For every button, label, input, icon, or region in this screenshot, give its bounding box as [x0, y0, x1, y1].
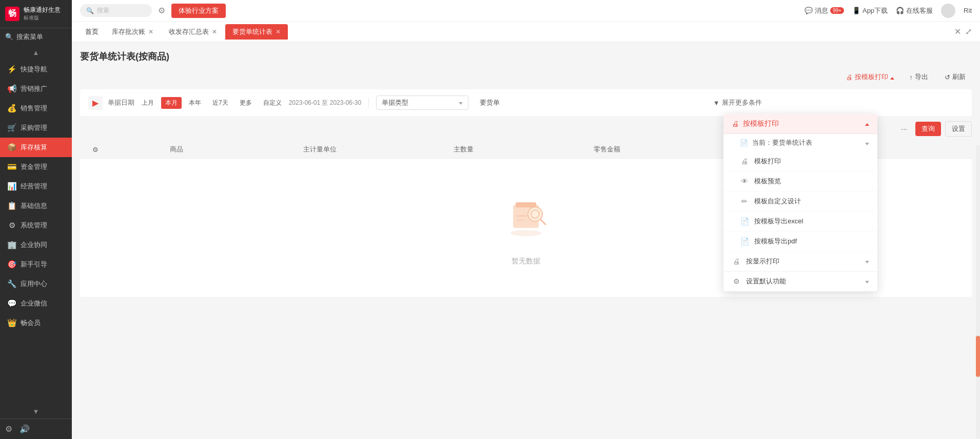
refresh-label: 刷新 — [952, 72, 966, 82]
more-options-button[interactable]: ··· — [897, 122, 911, 136]
template-print-dropdown: 🖨 按模板打印 📄 当前：要货单统计表 🖨 模板打印 👁 模板 — [723, 114, 877, 292]
sidebar-item-enterprise[interactable]: 🏢 企业协同 — [0, 235, 72, 255]
sidebar-item-purchase[interactable]: 🛒 采购管理 — [0, 118, 72, 138]
tab-order-stats[interactable]: 要货单统计表 ✕ — [225, 24, 288, 40]
dropdown-item-template-preview[interactable]: 👁 模板预览 — [723, 171, 877, 192]
tab-close-all-icon[interactable]: ✕ — [954, 27, 961, 36]
date-btn-this-year[interactable]: 本年 — [185, 97, 205, 109]
basic-info-icon: 📋 — [7, 201, 16, 211]
message-badge: 99+ — [830, 7, 844, 14]
sidebar-item-member[interactable]: 👑 畅会员 — [0, 313, 72, 333]
expand-filter-icon[interactable]: ▶ — [88, 96, 103, 110]
header-search-box[interactable]: 🔍 搜索 — [80, 4, 152, 17]
template-print-item-icon: 🖨 — [740, 157, 749, 165]
set-default-icon: ⚙ — [732, 277, 741, 285]
display-print-arrow — [865, 258, 869, 265]
message-label: 消息 — [815, 6, 828, 15]
sidebar-item-finance[interactable]: 💳 资金管理 — [0, 157, 72, 177]
sidebar-item-newbie[interactable]: 🎯 新手引导 — [0, 255, 72, 274]
dropdown-group-display-print[interactable]: 🖨 按显示打印 — [723, 252, 877, 272]
tab-expand-icon[interactable]: ⤢ — [965, 27, 972, 36]
header-settings-icon[interactable]: ⚙ — [158, 6, 165, 15]
sidebar-item-quick-nav[interactable]: ⚡ 快捷导航 — [0, 60, 72, 79]
header-search-placeholder: 搜索 — [97, 6, 109, 15]
export-pdf-label: 按模板导出pdf — [754, 237, 797, 246]
app-download-icon: 📱 — [852, 7, 860, 14]
settings-button[interactable]: 设置 — [945, 121, 972, 137]
page-title: 要货单统计表(按商品) — [80, 50, 972, 63]
refresh-button[interactable]: ↺ 刷新 — [938, 70, 972, 84]
sidebar-item-basic-info[interactable]: 📋 基础信息 — [0, 196, 72, 216]
set-default-label: 设置默认功能 — [746, 277, 786, 286]
current-template-label: 当前：要货单统计表 — [752, 138, 812, 147]
table-col-settings[interactable]: ⚙ — [86, 146, 105, 154]
date-btn-more[interactable]: 更多 — [236, 97, 256, 109]
sidebar-scroll-down[interactable]: ▼ — [31, 406, 42, 417]
search-menu-item[interactable]: 🔍 搜索菜单 — [0, 28, 72, 46]
tab-home[interactable]: 首页 — [80, 24, 104, 40]
user-avatar[interactable] — [941, 4, 955, 18]
system-icon: ⚙ — [7, 221, 16, 230]
tab-inventory-batch-close[interactable]: ✕ — [148, 28, 153, 35]
sidebar-volume-icon[interactable]: 🔊 — [19, 424, 30, 434]
query-button[interactable]: 查询 — [915, 122, 941, 136]
dropdown-item-template-custom[interactable]: ✏ 模板自定义设计 — [723, 192, 877, 212]
sidebar-item-app-center[interactable]: 🔧 应用中心 — [0, 274, 72, 294]
dropdown-item-export-pdf[interactable]: 📄 按模板导出pdf — [723, 232, 877, 252]
online-service-label: 在线客服 — [906, 6, 933, 15]
sidebar-item-sales[interactable]: 💰 销售管理 — [0, 99, 72, 118]
page-scrollbar[interactable] — [976, 145, 980, 439]
display-print-label: 按显示打印 — [746, 257, 779, 266]
enterprise-icon: 🏢 — [7, 240, 16, 250]
tab-receipts-summary-label: 收发存汇总表 — [169, 27, 209, 36]
export-label: 导出 — [915, 72, 928, 82]
app-center-icon: 🔧 — [7, 279, 16, 289]
table-col-product: 商品 — [105, 145, 248, 154]
member-label: 畅会员 — [21, 318, 41, 328]
tab-inventory-batch[interactable]: 库存批次账 ✕ — [105, 24, 161, 40]
sidebar-item-operations[interactable]: 📊 经营管理 — [0, 177, 72, 196]
template-print-item-label: 模板打印 — [754, 157, 781, 166]
dropdown-item-export-excel[interactable]: 📄 按模板导出excel — [723, 212, 877, 232]
sidebar-item-system[interactable]: ⚙ 系统管理 — [0, 216, 72, 235]
sidebar-item-inventory[interactable]: 📦 库存核算 — [0, 138, 72, 157]
table-col-unit: 主计量单位 — [248, 145, 392, 154]
purchase-label: 采购管理 — [21, 123, 47, 132]
sidebar-scroll-up[interactable]: ▲ — [31, 47, 42, 59]
top-action-bar: 🖨 按模板打印 ↑ 导出 ↺ 刷新 — [80, 70, 972, 84]
tab-receipts-summary[interactable]: 收发存汇总表 ✕ — [162, 24, 224, 40]
online-service-button[interactable]: 🎧 在线客服 — [896, 6, 933, 15]
dropdown-current-template[interactable]: 📄 当前：要货单统计表 — [723, 134, 877, 151]
tab-order-stats-close[interactable]: ✕ — [276, 28, 281, 35]
quick-nav-icon: ⚡ — [7, 65, 16, 74]
export-excel-icon: 📄 — [740, 217, 749, 225]
app-download-button[interactable]: 📱 App下载 — [852, 6, 888, 15]
table-col-retail-amount: 零售金额 — [535, 145, 679, 154]
message-button[interactable]: 💬 消息 99+ — [805, 6, 844, 15]
export-button[interactable]: ↑ 导出 — [904, 70, 935, 84]
bill-type-select[interactable]: 单据类型 — [376, 96, 468, 110]
date-btn-last-month[interactable]: 上月 — [138, 97, 158, 109]
date-btn-7days[interactable]: 近7天 — [208, 97, 232, 109]
sidebar-item-weixin[interactable]: 💬 企业微信 — [0, 294, 72, 313]
template-print-button[interactable]: 🖨 按模板打印 — [841, 70, 899, 84]
filter-divider — [368, 98, 369, 108]
svg-line-5 — [540, 219, 545, 224]
tab-receipts-summary-close[interactable]: ✕ — [212, 28, 217, 35]
user-name: Rit — [964, 7, 972, 14]
dropdown-group-set-default[interactable]: ⚙ 设置默认功能 — [723, 272, 877, 292]
trial-button[interactable]: 体验行业方案 — [171, 4, 226, 18]
dropdown-group-set-default-left: ⚙ 设置默认功能 — [732, 277, 786, 286]
header-search-icon: 🔍 — [86, 7, 94, 14]
svg-rect-6 — [517, 215, 527, 217]
finance-icon: 💳 — [7, 162, 16, 171]
dropdown-collapse-arrow[interactable] — [865, 120, 869, 127]
date-btn-custom[interactable]: 自定义 — [259, 97, 286, 109]
date-btn-this-month[interactable]: 本月 — [161, 97, 182, 109]
expand-conditions-button[interactable]: ▼ 展开更多条件 — [708, 96, 767, 109]
dropdown-item-template-print[interactable]: 🖨 模板打印 — [723, 151, 877, 171]
template-preview-icon: 👁 — [740, 177, 749, 185]
sidebar-item-marketing[interactable]: 📢 营销推广 — [0, 79, 72, 99]
sidebar-settings-icon[interactable]: ⚙ — [5, 424, 12, 434]
dropdown-title: 🖨 按模板打印 — [732, 119, 779, 128]
